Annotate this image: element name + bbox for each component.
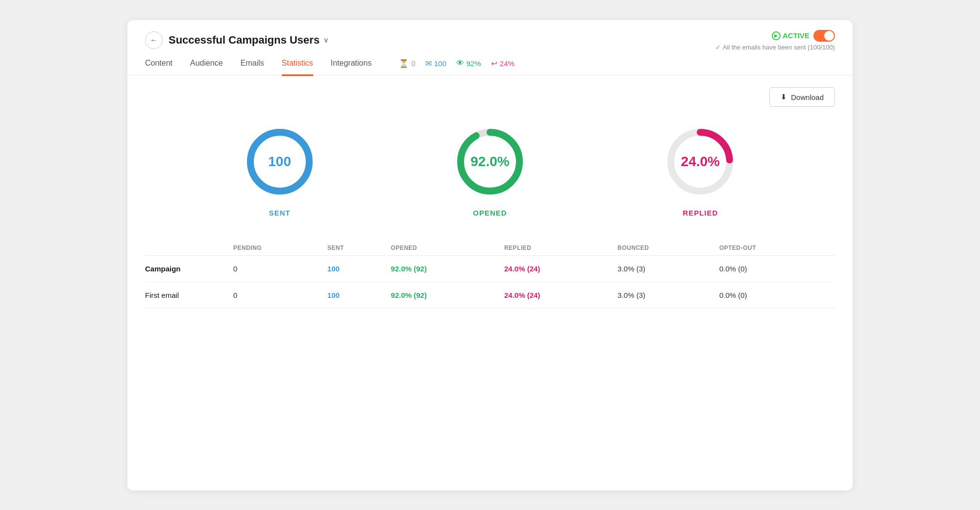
chevron-down-icon[interactable]: ∨: [323, 36, 328, 44]
tab-integrations[interactable]: Integrations: [331, 59, 372, 76]
chart-sent: 100 SENT: [241, 122, 319, 217]
tab-audience[interactable]: Audience: [190, 59, 223, 76]
download-button[interactable]: ⬇ Download: [769, 87, 835, 107]
col-pending: PENDING: [233, 241, 327, 256]
row-firstemail-bounced: 3.0% (3): [617, 282, 719, 309]
stat-sent-value: 100: [434, 59, 446, 68]
sent-status-text: All the emails have been sent (100/100): [723, 44, 835, 51]
hourglass-icon: ⏳: [399, 59, 409, 68]
header-left: ← Successful Campaigns Users ∨: [145, 31, 328, 49]
row-campaign-bounced: 3.0% (3): [617, 256, 719, 282]
row-campaign-replied: 24.0% (24): [504, 256, 617, 282]
table-header-row: PENDING SENT OPENED REPLIED BOUNCED OPTE…: [145, 241, 835, 256]
col-replied: REPLIED: [504, 241, 617, 256]
row-campaign-pending: 0: [233, 256, 327, 282]
row-firstemail-replied: 24.0% (24): [504, 282, 617, 309]
stats-table: PENDING SENT OPENED REPLIED BOUNCED OPTE…: [145, 241, 835, 309]
row-firstemail-opened: 92.0% (92): [391, 282, 504, 309]
table-row: Campaign 0 100 92.0% (92) 24.0% (24) 3.0…: [145, 256, 835, 282]
tabs-bar: Content Audience Emails Statistics Integ…: [127, 59, 853, 76]
col-sent: SENT: [327, 241, 391, 256]
header-right: ▶ ACTIVE ✓ All the emails have been sent…: [715, 30, 835, 51]
col-opted-out: OPTED-OUT: [719, 241, 835, 256]
play-icon: ▶: [772, 31, 781, 40]
stat-replied: ↩ 24%: [491, 59, 514, 68]
row-firstemail-opted-out: 0.0% (0): [719, 282, 835, 309]
chart-opened: 92.0% OPENED: [451, 122, 529, 217]
chart-replied-label: REPLIED: [683, 209, 718, 217]
row-campaign-sent: 100: [327, 256, 391, 282]
stat-pending: ⏳ 0: [399, 59, 415, 68]
toggle-knob: [824, 31, 834, 41]
back-icon: ←: [150, 36, 158, 45]
check-icon: ✓: [715, 44, 721, 51]
col-opened: OPENED: [391, 241, 504, 256]
download-label: Download: [791, 93, 824, 101]
eye-icon: 👁: [456, 59, 464, 68]
envelope-icon: ✉: [425, 59, 432, 68]
tab-statistics[interactable]: Statistics: [282, 59, 313, 76]
main-content: ⬇ Download 100 SENT: [127, 75, 853, 320]
donut-opened: 92.0%: [451, 122, 529, 201]
donut-opened-value: 92.0%: [470, 154, 509, 170]
tab-emails[interactable]: Emails: [241, 59, 264, 76]
reply-icon: ↩: [491, 59, 497, 68]
row-campaign-opened: 92.0% (92): [391, 256, 504, 282]
campaign-title-text: Successful Campaigns Users: [169, 34, 319, 47]
col-bounced: BOUNCED: [617, 241, 719, 256]
donut-replied-value: 24.0%: [681, 154, 720, 170]
stat-sent: ✉ 100: [425, 59, 446, 68]
active-toggle[interactable]: [813, 30, 835, 42]
back-button[interactable]: ←: [145, 31, 163, 49]
active-label: ▶ ACTIVE: [772, 31, 809, 40]
stat-replied-value: 24%: [500, 59, 514, 68]
stat-opened-value: 92%: [466, 59, 481, 68]
donut-replied: 24.0%: [661, 122, 739, 201]
stat-pending-value: 0: [411, 59, 415, 68]
row-campaign-opted-out: 0.0% (0): [719, 256, 835, 282]
chart-replied: 24.0% REPLIED: [661, 122, 739, 217]
donut-sent-value: 100: [268, 154, 291, 170]
header: ← Successful Campaigns Users ∨ ▶ ACTIVE …: [127, 20, 853, 51]
tab-stats-row: ⏳ 0 ✉ 100 👁 92% ↩ 24%: [399, 59, 514, 75]
chart-sent-label: SENT: [269, 209, 291, 217]
main-card: ← Successful Campaigns Users ∨ ▶ ACTIVE …: [127, 20, 853, 490]
download-row: ⬇ Download: [145, 87, 835, 107]
stat-opened: 👁 92%: [456, 59, 481, 68]
active-badge: ▶ ACTIVE: [772, 30, 835, 42]
download-icon: ⬇: [781, 93, 787, 101]
active-text: ACTIVE: [783, 31, 809, 40]
row-firstemail-pending: 0: [233, 282, 327, 309]
campaign-title: Successful Campaigns Users ∨: [169, 34, 328, 47]
sent-status: ✓ All the emails have been sent (100/100…: [715, 44, 835, 51]
tab-content[interactable]: Content: [145, 59, 172, 76]
chart-opened-label: OPENED: [473, 209, 507, 217]
row-campaign-name: Campaign: [145, 256, 233, 282]
col-name: [145, 241, 233, 256]
row-firstemail-name: First email: [145, 282, 233, 309]
table-row: First email 0 100 92.0% (92) 24.0% (24) …: [145, 282, 835, 309]
charts-row: 100 SENT 92.0% OPENED: [145, 122, 835, 217]
donut-sent: 100: [241, 122, 319, 201]
row-firstemail-sent: 100: [327, 282, 391, 309]
